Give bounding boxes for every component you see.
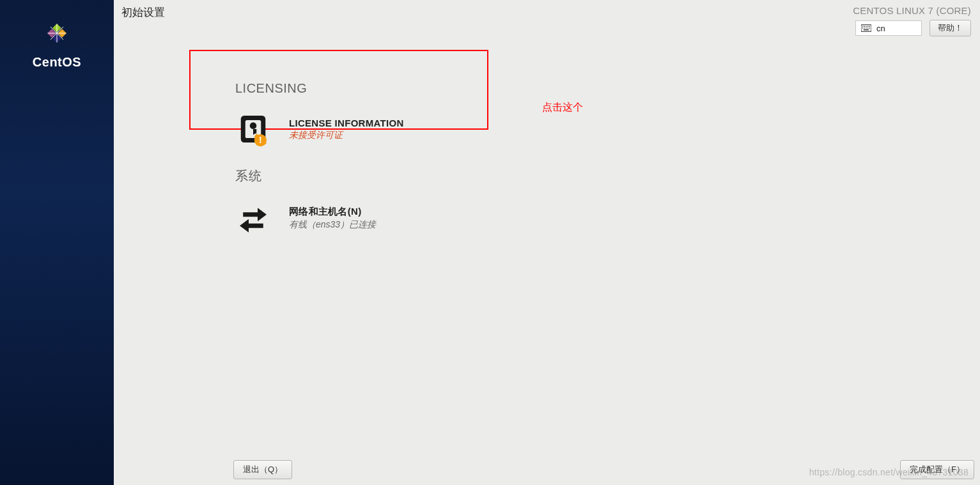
license-title: LICENSE INFORMATION xyxy=(289,118,404,128)
system-heading: 系统 xyxy=(235,167,980,185)
keyboard-layout-code: cn xyxy=(876,24,885,33)
page-title: 初始设置 xyxy=(121,5,165,20)
license-information-spoke[interactable]: ! LICENSE INFORMATION 未接受许可证 xyxy=(235,111,980,147)
svg-text:!: ! xyxy=(259,135,262,145)
svg-rect-9 xyxy=(862,26,863,27)
svg-rect-12 xyxy=(867,26,868,27)
brand-text: CentOS xyxy=(33,55,81,70)
license-icon: ! xyxy=(235,111,271,147)
annotation-text: 点击这个 xyxy=(542,101,583,114)
network-title: 网络和主机名(N) xyxy=(289,206,376,218)
finish-button[interactable]: 完成配置（F） xyxy=(900,460,974,479)
svg-rect-14 xyxy=(862,27,863,28)
network-icon xyxy=(235,200,271,236)
keyboard-layout-selector[interactable]: cn xyxy=(855,20,922,36)
network-status: 有线（ens33）已连接 xyxy=(289,219,376,231)
content-area: LICENSING ! LICENSE INFORMATION 未接受许可证 系… xyxy=(114,36,980,236)
os-name: CENTOS LINUX 7 (CORE) xyxy=(853,5,971,16)
svg-rect-10 xyxy=(864,26,865,27)
main-area: 初始设置 CENTOS LINUX 7 (CORE) cn xyxy=(114,0,980,485)
svg-rect-16 xyxy=(866,27,866,28)
sidebar: CentOS xyxy=(0,0,114,485)
centos-logo-icon xyxy=(42,18,72,49)
network-hostname-spoke[interactable]: 网络和主机名(N) 有线（ens33）已连接 xyxy=(235,200,980,236)
svg-rect-15 xyxy=(864,27,865,28)
centos-logo: CentOS xyxy=(33,18,81,70)
svg-rect-17 xyxy=(867,27,868,28)
svg-rect-11 xyxy=(866,26,866,27)
keyboard-icon xyxy=(861,24,871,32)
svg-rect-13 xyxy=(869,26,870,27)
top-right: CENTOS LINUX 7 (CORE) cn xyxy=(853,5,971,36)
license-status: 未接受许可证 xyxy=(289,130,404,141)
top-controls: cn 帮助！ xyxy=(853,20,971,36)
top-bar: 初始设置 CENTOS LINUX 7 (CORE) cn xyxy=(114,0,980,36)
licensing-heading: LICENSING xyxy=(235,81,980,96)
svg-rect-18 xyxy=(869,27,870,28)
quit-button[interactable]: 退出（Q） xyxy=(233,460,292,479)
help-button-label: 帮助！ xyxy=(938,22,963,34)
bottom-bar: 退出（Q） 完成配置（F） xyxy=(228,461,980,485)
svg-rect-19 xyxy=(864,29,869,30)
help-button[interactable]: 帮助！ xyxy=(929,20,971,36)
